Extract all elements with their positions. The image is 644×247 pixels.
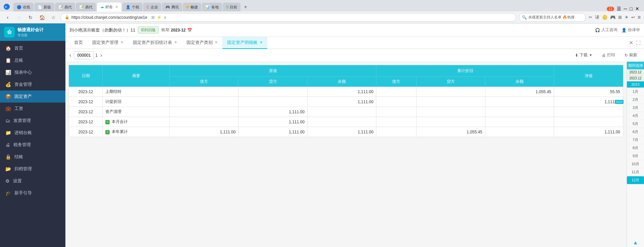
scissors-icon[interactable]: ✂ (589, 15, 592, 20)
salary-icon: 💼 (5, 106, 11, 111)
period-month-4[interactable]: 4月 (627, 112, 644, 120)
sidebar-item-invoice[interactable]: 🗂 发票管理 (0, 115, 65, 127)
cell-orig-credit-3: 1,111.00 (238, 107, 307, 117)
tab-asset-category[interactable]: 固定资产类别 ✕ (182, 37, 222, 49)
period-month-6[interactable]: 6月 (627, 128, 644, 136)
minimize-icon[interactable]: ─ (624, 6, 627, 11)
refresh-button[interactable]: ↻ 刷新 (622, 51, 640, 59)
browser-chrome: e 🔵 在线 📄 新版 📝 易代 📝 易代 ☁ 好会 ✕ 👤 个税 C (0, 0, 644, 23)
cell-net-5: 1,111.00 (554, 127, 623, 137)
tab-currently[interactable]: S 目前 (223, 3, 240, 11)
cell-accum-credit-5: 1,055.45 (416, 127, 485, 137)
sidebar-item-reports[interactable]: 📊 报表中心 (0, 66, 65, 78)
period-month-10[interactable]: 10月 (627, 160, 644, 168)
sidebar-item-funds[interactable]: 💰 资金管理 (0, 78, 65, 90)
home-button[interactable]: 🏠 (38, 13, 46, 22)
sidebar-item-sales[interactable]: 📁 进销台账 (0, 127, 65, 139)
url-bar[interactable]: 🔒 https://cloud.chanjet.com/accounting/u… (60, 13, 516, 22)
main-content: 刘小艳演示账套（勿删勿动！）11 切到旧版 账期 2023-12 📅 🎧 人工咨… (65, 23, 644, 247)
tab-depreciation-stats[interactable]: 固定资产折旧统计表 ✕ (128, 37, 182, 49)
period-year-badge[interactable]: 2023 (627, 81, 644, 88)
close-tab-dep-stats[interactable]: ✕ (174, 40, 177, 45)
back-button[interactable]: ‹ (3, 13, 12, 22)
reload-button[interactable]: ↻ (26, 13, 35, 22)
period-date-2[interactable]: 2023.12 (627, 75, 644, 81)
tab-close-active[interactable]: ✕ (115, 5, 118, 9)
tab-new[interactable]: 📄 新版 (34, 3, 54, 11)
close-all-icon[interactable]: ✕ (629, 40, 633, 46)
search-bar[interactable]: 🔍 央视更新主持人名单 🔥热搜 (519, 13, 586, 22)
sidebar-item-home[interactable]: 🏠 首页 (0, 42, 65, 54)
download-button[interactable]: ⬇ 下载 ▼ (572, 51, 595, 59)
tab-tencent[interactable]: 🎮 腾讯 (162, 3, 182, 11)
sidebar-item-assets[interactable]: 📦 固定资产 (0, 90, 65, 103)
prev-page-button[interactable]: ‹ (69, 52, 71, 58)
bookmark-button[interactable]: ☆ (49, 13, 58, 22)
user-area[interactable]: 👤 徐译华 (622, 27, 640, 33)
close-tab-asset-mgmt[interactable]: ✕ (120, 40, 123, 45)
new-tab-button[interactable]: + (241, 3, 250, 11)
tab-online[interactable]: 🔵 在线 (13, 3, 34, 11)
tab-yidai2[interactable]: 📝 易代 (76, 3, 96, 11)
wallet-icon[interactable]: 🪙 (602, 15, 607, 20)
period-date-1[interactable]: 2023.12 (627, 69, 644, 75)
period-month-8[interactable]: 8月 (627, 144, 644, 152)
top-bar: 刘小艳演示账套（勿删勿动！）11 切到旧版 账期 2023-12 📅 🎧 人工咨… (65, 23, 644, 37)
scroll-up-button[interactable]: ▲ (627, 238, 644, 247)
col-accumulated: 累计折旧 (376, 65, 554, 77)
grid-icon[interactable]: ⊞ (618, 15, 622, 20)
sidebar-item-tax[interactable]: 🖨 税务管理 (0, 139, 65, 151)
close-tab-detail[interactable]: ✕ (260, 40, 263, 45)
tab-asset-mgmt[interactable]: 固定资产管理 ✕ (88, 37, 128, 49)
page-code-input[interactable] (74, 51, 94, 59)
help-button[interactable]: 🎧 人工咨询 (595, 27, 618, 33)
period-month-3[interactable]: 3月 (627, 104, 644, 112)
period-month-1[interactable]: 1月 (627, 88, 644, 96)
maximize-icon[interactable]: □ (630, 6, 633, 11)
tab-list-icon[interactable]: ☰ (617, 6, 621, 11)
period-month-9[interactable]: 9月 (627, 152, 644, 160)
forward-button[interactable]: › (15, 13, 23, 22)
print-icon: 🖨 (602, 53, 606, 58)
translate-icon[interactable]: 译 (595, 14, 599, 20)
cell-summary-3: 资产清理 (103, 107, 170, 117)
sidebar-item-salary[interactable]: 💼 工资 (0, 103, 65, 115)
tab-yidai1[interactable]: 📝 易代 (55, 3, 75, 11)
sidebar-item-ledger[interactable]: 📋 总账 (0, 54, 65, 66)
game-icon[interactable]: 🎮 (610, 15, 615, 20)
menu-icon[interactable]: ≡ (638, 14, 641, 20)
home-icon: 🏠 (5, 46, 11, 51)
undo-icon[interactable]: ↩ (631, 15, 635, 20)
sidebar-item-settle[interactable]: 🔒 结账 (0, 151, 65, 163)
close-tab-category[interactable]: ✕ (215, 40, 218, 45)
cell-date-3: 2023-12 (69, 107, 103, 117)
brightness-icon[interactable]: ☀ (625, 15, 629, 20)
period-month-11[interactable]: 11月 (627, 168, 644, 176)
logo-icon: 会 (4, 27, 15, 38)
period-month-7[interactable]: 7月 (627, 136, 644, 144)
close-window-icon[interactable]: ✕ (635, 6, 639, 11)
sidebar-item-settings[interactable]: ⚙ 设置 (0, 175, 65, 187)
tab-asset-detail[interactable]: 固定资产明细账 ✕ (222, 37, 267, 49)
tab-active[interactable]: ☁ 好会 ✕ (97, 2, 122, 11)
period-month-12[interactable]: 12月 (627, 176, 644, 184)
cell-net-3 (554, 107, 623, 117)
period-month-2[interactable]: 2月 (627, 96, 644, 104)
calendar-icon[interactable]: 📅 (187, 28, 192, 33)
fullscreen-icon[interactable]: ⛶ (636, 40, 641, 46)
cell-orig-balance-4 (307, 117, 376, 127)
month-total-icon: + (105, 120, 110, 124)
print-button[interactable]: 🖨 打印 (599, 51, 618, 59)
tab-getax[interactable]: 👤 个税 (122, 3, 143, 11)
next-page-button[interactable]: › (100, 52, 102, 58)
tab-changjie[interactable]: M 畅捷 (183, 3, 201, 11)
sidebar-item-guide[interactable]: 🎓 新手引导 (0, 187, 65, 199)
tab-homepage[interactable]: 首页 (69, 37, 88, 49)
period-month-5[interactable]: 5月 (627, 120, 644, 128)
col-net-value: 净值 (554, 65, 623, 87)
refresh-icon: ↻ (625, 53, 628, 58)
sidebar-item-archive[interactable]: 📂 归档管理 (0, 163, 65, 175)
tab-gedi[interactable]: 📊 各地 (202, 3, 222, 11)
tab-enterprise[interactable]: C 企业 (143, 3, 161, 11)
switch-version-button[interactable]: 切到旧版 (138, 26, 159, 34)
